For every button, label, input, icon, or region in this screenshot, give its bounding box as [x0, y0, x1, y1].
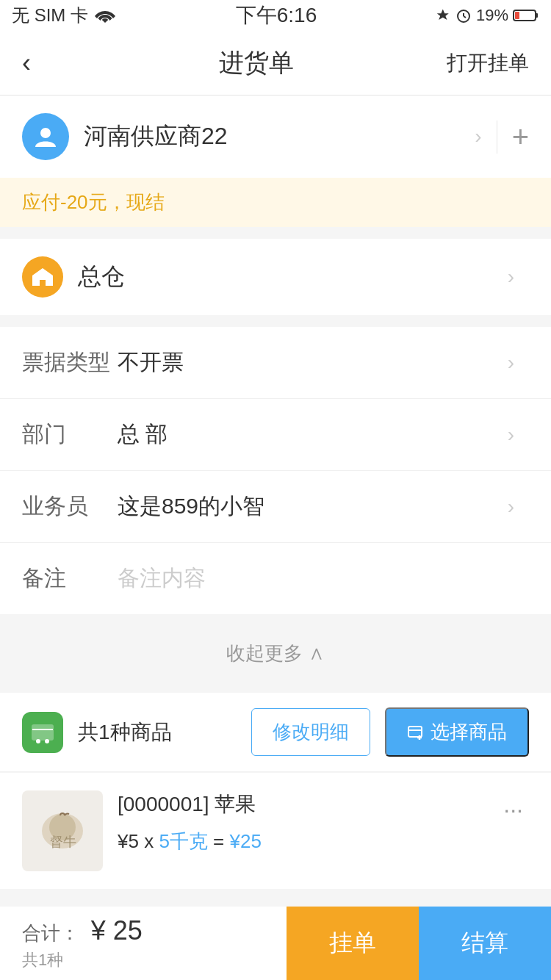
svg-rect-7	[32, 725, 53, 740]
invoice-type-value: 不开票	[118, 347, 508, 378]
person-icon	[32, 123, 59, 150]
svg-point-9	[45, 739, 49, 743]
footer-total: 合计： ¥ 25 共1种	[0, 915, 287, 971]
product-more-button[interactable]: ···	[497, 790, 529, 829]
product-code: [0000001]	[118, 793, 215, 815]
open-pending-button[interactable]: 打开挂单	[447, 49, 529, 77]
supplier-name: 河南供应商22	[84, 120, 475, 153]
page-title: 进货单	[66, 46, 447, 80]
cart-add-icon	[407, 724, 425, 741]
wifi-icon	[94, 8, 116, 23]
products-header: 共1种商品 修改明细 选择商品	[0, 693, 551, 771]
product-thumbnail: 督牛	[22, 790, 103, 871]
select-product-label: 选择商品	[431, 719, 507, 745]
collapse-bar[interactable]: 收起更多 ∧	[0, 626, 551, 681]
sim-signal: 无 SIM 卡	[12, 4, 88, 27]
department-row[interactable]: 部门 总 部 ›	[0, 399, 551, 471]
cart-icon	[31, 721, 54, 744]
price-unit: ¥5	[118, 830, 139, 852]
product-name: [0000001] 苹果	[118, 790, 483, 818]
form-section: 票据类型 不开票 › 部门 总 部 › 业务员 这是859的小智 › 备注 备注…	[0, 327, 551, 614]
salesperson-label: 业务员	[22, 491, 118, 522]
supplier-row[interactable]: 河南供应商22 › +	[0, 96, 551, 178]
svg-rect-5	[515, 12, 519, 19]
warehouse-chevron-icon: ›	[508, 265, 514, 289]
status-time: 下午6:16	[236, 1, 317, 29]
product-item: 督牛 [0000001] 苹果 ¥5 x 5千克 = ¥25 ···	[0, 773, 551, 889]
settle-button[interactable]: 结算	[419, 907, 551, 980]
price-equals: =	[213, 830, 229, 852]
remark-row[interactable]: 备注 备注内容	[0, 543, 551, 614]
products-icon	[22, 712, 63, 753]
location-icon	[436, 8, 451, 23]
total-count: 共1种	[22, 949, 264, 971]
status-right: 19%	[436, 6, 539, 25]
total-amount: ¥ 25	[91, 915, 143, 945]
add-supplier-button[interactable]: +	[497, 120, 529, 154]
department-label: 部门	[22, 419, 118, 450]
home-icon	[31, 265, 54, 289]
supplier-notice: 应付-20元，现结	[0, 178, 551, 227]
salesperson-chevron-icon: ›	[508, 495, 514, 519]
svg-line-2	[464, 16, 466, 18]
footer: 合计： ¥ 25 共1种 挂单 结算	[0, 907, 551, 980]
edit-detail-button[interactable]: 修改明细	[251, 708, 370, 756]
warehouse-name: 总仓	[78, 261, 508, 293]
product-title: 苹果	[215, 793, 256, 815]
supplier-avatar	[22, 113, 69, 160]
product-info: [0000001] 苹果 ¥5 x 5千克 = ¥25	[118, 790, 483, 854]
alarm-icon	[455, 7, 472, 24]
products-count: 共1种商品	[78, 718, 237, 746]
total-label: 合计：	[22, 922, 79, 944]
price-quantity: 5千克	[159, 830, 207, 852]
warehouse-icon	[22, 256, 63, 298]
status-bar: 无 SIM 卡 下午6:16 19%	[0, 0, 551, 31]
nav-bar: ‹ 进货单 打开挂单	[0, 31, 551, 96]
suspend-button[interactable]: 挂单	[287, 907, 419, 980]
salesperson-row[interactable]: 业务员 这是859的小智 ›	[0, 471, 551, 543]
warehouse-section[interactable]: 总仓 ›	[0, 239, 551, 315]
back-button[interactable]: ‹	[22, 48, 66, 79]
battery-percent: 19%	[476, 6, 508, 25]
salesperson-value: 这是859的小智	[118, 491, 508, 522]
battery-icon	[513, 8, 539, 23]
remark-value: 备注内容	[118, 563, 529, 594]
department-chevron-icon: ›	[508, 423, 514, 447]
product-image: 督牛	[37, 805, 88, 857]
svg-rect-4	[536, 13, 538, 18]
price-separator: x	[144, 830, 159, 852]
invoice-type-label: 票据类型	[22, 347, 118, 378]
price-total: ¥25	[230, 830, 262, 852]
svg-text:督牛: 督牛	[50, 835, 76, 849]
invoice-type-row[interactable]: 票据类型 不开票 ›	[0, 327, 551, 399]
select-product-button[interactable]: 选择商品	[385, 707, 529, 757]
department-value: 总 部	[118, 419, 508, 450]
supplier-chevron-icon: ›	[475, 125, 481, 148]
invoice-chevron-icon: ›	[508, 351, 514, 375]
product-price: ¥5 x 5千克 = ¥25	[118, 829, 483, 854]
svg-rect-10	[408, 727, 422, 737]
supplier-section: 河南供应商22 › + 应付-20元，现结	[0, 96, 551, 227]
status-left: 无 SIM 卡	[12, 4, 116, 27]
svg-point-6	[40, 128, 51, 138]
svg-point-8	[36, 739, 40, 743]
remark-label: 备注	[22, 563, 118, 594]
